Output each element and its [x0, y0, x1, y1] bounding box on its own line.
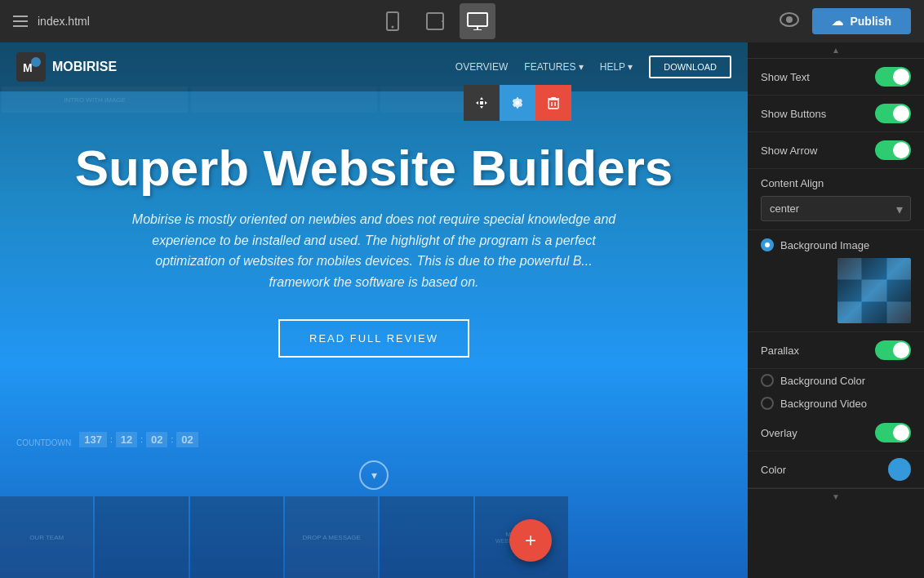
bg-video-radio[interactable]	[761, 397, 774, 410]
color-row: Color	[748, 451, 924, 488]
count-sep3: :	[171, 435, 173, 444]
bg-image-thumbnail[interactable]	[837, 258, 911, 323]
publish-label: Publish	[850, 15, 891, 28]
thumb-our-team: OUR TEAM	[0, 496, 93, 578]
color-label: Color	[761, 464, 786, 476]
svg-text:M: M	[23, 61, 33, 74]
show-buttons-label: Show Buttons	[761, 108, 826, 120]
topbar-right: ☁ Publish	[780, 8, 911, 34]
thumb-item: INTRO WITH IMAGE	[2, 87, 188, 113]
count-secs: 02	[176, 432, 198, 447]
right-panel: ▲ Show Text Show Buttons Show Arrow Cont…	[748, 42, 924, 578]
thumb-cell	[887, 302, 911, 323]
hero-subtitle: Mobirise is mostly oriented on newbies a…	[129, 209, 619, 292]
main-area: M MOBIRISE OVERVIEW FEATURES ▾ HELP ▾ DO…	[0, 42, 924, 578]
show-arrow-row: Show Arrow	[748, 132, 924, 169]
panel-scroll-up[interactable]: ▲	[748, 42, 924, 59]
thumb-cell	[862, 258, 886, 279]
preview-nav-links: OVERVIEW FEATURES ▾ HELP ▾ DOWNLOAD	[455, 56, 731, 78]
show-text-toggle[interactable]	[875, 67, 911, 87]
count-hours: 12	[116, 432, 137, 447]
svg-point-8	[787, 17, 792, 22]
overlay-row: Overlay	[748, 415, 924, 451]
add-section-button[interactable]: +	[509, 519, 552, 562]
svg-rect-2	[427, 13, 443, 29]
content-align-select[interactable]: left center right	[761, 196, 911, 221]
svg-point-1	[391, 26, 393, 29]
countdown-strip: COUNTDOWN 137 : 12 : 02 : 02	[16, 432, 198, 447]
overlay-label: Overlay	[761, 427, 797, 439]
show-arrow-toggle[interactable]	[875, 140, 911, 160]
bg-image-label: Background Image	[780, 239, 869, 251]
bg-color-radio[interactable]	[761, 374, 774, 387]
count-mins: 02	[146, 432, 167, 447]
content-align-section: Content Align left center right	[748, 169, 924, 230]
thumb-cell	[862, 302, 886, 323]
menu-icon[interactable]	[13, 16, 28, 27]
preview-button[interactable]	[780, 12, 799, 31]
parallax-toggle[interactable]	[875, 340, 911, 360]
cloud-icon: ☁	[832, 15, 843, 28]
topbar-left: index.html	[13, 15, 90, 28]
thumb-drop-message: DROP A MESSAGE	[285, 496, 378, 578]
thumb-img3	[380, 496, 473, 578]
thumb-item	[191, 87, 377, 113]
show-buttons-row: Show Buttons	[748, 96, 924, 132]
thumb-cell	[837, 280, 861, 301]
bg-video-label: Background Video	[780, 398, 867, 410]
count-days: 137	[79, 432, 107, 447]
mobile-device-button[interactable]	[375, 3, 411, 39]
thumb-cell	[887, 258, 911, 279]
canvas-toolbar	[464, 85, 571, 121]
publish-button[interactable]: ☁ Publish	[812, 8, 911, 34]
bg-image-radio[interactable]	[761, 238, 774, 251]
show-arrow-label: Show Arrow	[761, 144, 817, 157]
nav-link-features: FEATURES ▾	[524, 61, 583, 73]
countdown-label: COUNTDOWN	[16, 438, 71, 447]
site-preview: M MOBIRISE OVERVIEW FEATURES ▾ HELP ▾ DO…	[0, 42, 748, 578]
bg-image-row: Background Image	[761, 238, 911, 251]
preview-brand: MOBIRISE	[52, 60, 117, 74]
hero-cta-button[interactable]: READ FULL REVIEW	[278, 319, 469, 358]
hero-content: Superb Website Builders Mobirise is most…	[0, 116, 748, 382]
desktop-device-button[interactable]	[460, 3, 495, 39]
thumb-img2	[190, 496, 283, 578]
settings-tool-button[interactable]	[500, 85, 535, 121]
bg-color-label: Background Color	[780, 375, 865, 387]
count-sep1: :	[110, 435, 113, 444]
bottom-thumbs: OUR TEAM DROP A MESSAGE MOBIRISE WEBSITE…	[0, 496, 568, 578]
svg-rect-4	[468, 13, 487, 26]
svg-point-3	[442, 20, 443, 22]
count-sep2: :	[140, 435, 143, 444]
bg-image-section: Background Image	[748, 230, 924, 332]
nav-download-button: DOWNLOAD	[649, 56, 731, 78]
tablet-device-button[interactable]	[417, 3, 453, 39]
nav-link-overview: OVERVIEW	[455, 61, 508, 73]
thumb-cell	[837, 258, 861, 279]
thumb-cell	[862, 280, 886, 301]
bg-color-row: Background Color	[748, 369, 924, 392]
show-text-label: Show Text	[761, 71, 810, 83]
move-tool-button[interactable]	[464, 85, 500, 121]
overlay-toggle[interactable]	[875, 423, 911, 442]
thumb-cell	[887, 280, 911, 301]
filename-label: index.html	[38, 15, 90, 28]
countdown-boxes: 137 : 12 : 02 : 02	[79, 432, 198, 447]
show-text-row: Show Text	[748, 59, 924, 96]
thumb-cell	[837, 302, 861, 323]
nav-link-help: HELP ▾	[600, 61, 633, 73]
scroll-down-arrow[interactable]: ▾	[359, 460, 389, 490]
color-swatch[interactable]	[888, 458, 911, 481]
bg-video-row: Background Video	[748, 392, 924, 415]
thumb-grid	[837, 258, 911, 323]
preview-logo: M MOBIRISE	[16, 52, 117, 82]
hero-title: Superb Website Builders	[49, 140, 699, 196]
panel-scroll-down[interactable]: ▼	[748, 488, 924, 505]
parallax-label: Parallax	[761, 345, 799, 357]
scroll-down-icon: ▼	[832, 492, 840, 501]
device-switcher	[375, 3, 495, 39]
topbar: index.html	[0, 0, 924, 42]
delete-tool-button[interactable]	[535, 85, 571, 121]
show-buttons-toggle[interactable]	[875, 104, 911, 123]
svg-point-11	[31, 57, 41, 67]
